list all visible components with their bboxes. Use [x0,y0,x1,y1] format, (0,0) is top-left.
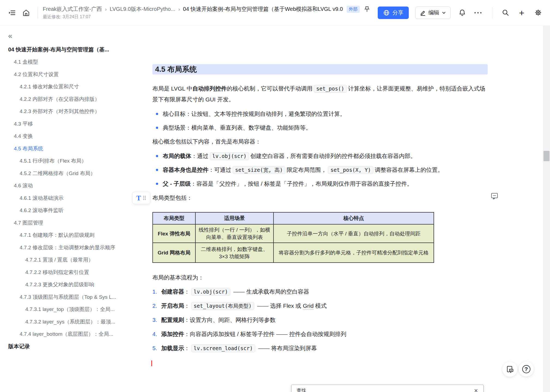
share-button[interactable]: 分享 [378,7,409,19]
scrollbar-thumb[interactable] [543,151,549,161]
step-number: 4. [152,329,157,340]
breadcrumb-link[interactable]: LVGL9.0版本-MicroPytho... [110,5,175,13]
bullet-text: 容器本身也是控件：可通过set_size(宽, 高)限定布局范围，set_pos… [163,164,443,175]
toc-item-label: 4.7.4 layer_bottom（底层图层）：全局... [20,331,113,338]
more-icon: ··· [474,9,483,16]
home-icon [22,9,30,17]
breadcrumb-link[interactable]: Freak嵌入式工作室-广西 [43,5,102,13]
toc-item[interactable]: 4.7.1 创建顺序：默认的层级规则 [8,229,151,242]
step-number: 3. [152,315,157,325]
create-button[interactable]: + [517,8,527,18]
close-icon[interactable]: × [474,387,478,392]
collapse-sidebar-icon[interactable]: « [8,32,16,40]
home-button[interactable] [21,8,31,18]
document-page: Freak嵌入式工作室-广西 › LVGL9.0版本-MicroPytho...… [0,0,550,392]
pin-icon[interactable] [364,6,370,13]
bullet-dot-icon [156,183,158,185]
toc-item[interactable]: 4.7.3.1 layer_top（顶级图层）：全局... [8,303,151,316]
search-button[interactable] [500,8,510,18]
toc-item[interactable]: 4.7.2.2 移动到指定索引位置 [8,266,151,279]
toc-item[interactable]: 4.7.4 layer_bottom（底层图层）：全局... [8,328,151,341]
toc-item[interactable]: 04 快速开始案例-布局与空间管理篇（基... [8,43,151,56]
toc-item[interactable]: 4.2.3 外部对齐（对齐到其他控件） [8,105,151,118]
last-modified: 最近修改: 3月24日 17:07 [43,14,370,20]
toc-item-label: 4.5.1 行/列排布（Flex 布局） [20,157,87,164]
toc-item-label: 4.7.1 创建顺序：默认的层级规则 [20,232,95,239]
toc-item[interactable]: 4.6.2 滚动事件监听 [8,204,151,217]
toc-sidebar: « 04 快速开始案例-布局与空间管理篇（基... 4.1 盒模型 4.2 位置… [0,26,151,392]
section-heading: 4.5 布局系统 [152,64,488,74]
toc-item[interactable]: 版本记录 [8,340,151,353]
toc-item-label: 4.7.2.2 移动到指定索引位置 [25,269,89,276]
intro-paragraph: 布局是 LVGL 中自动排列控件的核心机制，它可以替代手动调用set_pos()… [152,83,487,105]
document-body: 4.5 布局系统 布局是 LVGL 中自动排列控件的核心机制，它可以替代手动调用… [152,26,506,392]
toc-item[interactable]: 4.5.2 二维网格排布（Grid 布局） [8,167,151,180]
toc-item-label: 4.2 位置和尺寸设置 [14,71,59,78]
toc-item-label: 4.5 布局系统 [14,145,43,152]
chevron-right-icon: › [105,6,107,12]
block-hover-toolbar[interactable]: T [132,192,150,204]
layout-types-line: T 布局类型包括： [152,192,506,204]
share-label: 分享 [392,9,403,16]
toc-item-label: 4.7.2.1 置顶 / 置底（最常用） [25,256,93,263]
toc-item[interactable]: 4.2.2 内部对齐（在父容器内排版） [8,93,151,105]
toc-item-label: 4.7.3.2 layer_sys（系统图层）：最顶... [25,318,115,325]
breadcrumb-link[interactable]: 04 快速开始案例-布局与空间管理篇（基于Web模拟器和LVGL v9.0 [183,5,343,13]
comment-icon[interactable] [491,192,498,200]
bullet-text: 父 - 子层级：容器是「父控件」，按钮 / 标签是「子控件」，布局规则仅作用于容… [163,178,413,189]
toc-item[interactable]: 4.1 盒模型 [8,56,151,69]
step-item: 2. 开启布局：set_layout(布局类型) —— 选择 Flex 或 Gr… [152,300,506,311]
nav-left [7,7,39,18]
toc-item[interactable]: 4.7.2 修改层级：主动调整对象的显示顺序 [8,241,151,254]
toc-item-label: 4.5.2 二维网格排布（Grid 布局） [20,170,96,177]
scrollbar-track[interactable] [543,26,550,392]
step-item: 3. 配置规则：设置方向、间距、网格行列等参数 [152,315,506,325]
plus-icon: + [519,8,524,17]
step-text: 加载显示：lv.screen_load(scr) —— 将布局渲染到屏幕 [161,343,317,354]
toc-item[interactable]: 4.5.1 行/列排布（Flex 布局） [8,155,151,167]
toc-item[interactable]: 4.7.3.2 layer_sys（系统图层）：最顶... [8,316,151,328]
toc-item-label: 版本记录 [8,343,30,350]
find-bar[interactable]: 查找 × [291,385,484,392]
notifications-button[interactable] [457,8,467,18]
bullet-item: 父 - 子层级：容器是「父控件」，按钮 / 标签是「子控件」，布局规则仅作用于容… [152,178,488,189]
settings-button[interactable] [533,8,543,18]
toc-item-label: 4.6.1 滚动基础演示 [20,195,64,202]
breadcrumb: Freak嵌入式工作室-广西 › LVGL9.0版本-MicroPytho...… [43,5,370,13]
toc-item[interactable]: 4.7.2.1 置顶 / 置底（最常用） [8,254,151,266]
step-item: 1. 创建容器：lv.obj(scr) —— 生成承载布局的空白容器 [152,286,506,297]
edit-button[interactable]: 编辑 [415,7,451,19]
bullet-text: 核心目标：让按钮、文本等控件按规则自动排列，避免繁琐的位置计算。 [163,108,346,119]
chevron-down-icon [442,11,446,15]
toc-item-label: 4.2.1 修改对象位置和尺寸 [20,83,79,90]
globe-icon [383,10,390,16]
toc-item[interactable]: 4.3 平移 [8,118,151,130]
help-button[interactable]: ? [519,362,534,377]
toc-item[interactable]: 4.2.1 修改对象位置和尺寸 [8,81,151,93]
toc-item-label: 4.7.2.3 更换父对象的层级影响 [25,281,94,288]
table-cell-feature: 将容器分割为多行多列的单元格，子控件可精准分配到指定单元格 [274,243,434,263]
toc-item[interactable]: 4.7.2.3 更换父对象的层级影响 [8,279,151,291]
feedback-icon [506,365,514,374]
concepts-paragraph: 核心概念包括以下内容，首先是布局容器： [152,136,487,147]
table-cell-type: Flex 弹性布局 [153,224,195,243]
toc-item[interactable]: 4.4 变换 [8,130,151,143]
toc-item-label: 4.1 盒模型 [14,58,38,66]
step-text: 添加控件：向容器内添加按钮 / 标签等子控件 —— 控件会自动按规则排列 [161,329,346,340]
feedback-button[interactable] [502,362,517,377]
toc-item[interactable]: 4.5 布局系统 [8,142,151,155]
flow-paragraph: 布局的基本流程为： [152,272,487,283]
layout-types-table: 布局类型 适用场景 核心特点 Flex 弹性布局 线性排列（一行 / 一列），如… [152,212,434,263]
search-icon [502,9,509,16]
toc-item[interactable]: 4.7.3 顶级图层与系统图层（Top & Sys L... [8,291,151,303]
toc-item[interactable]: 4.6.1 滚动基础演示 [8,192,151,204]
drag-handle-icon[interactable] [143,195,146,201]
toc-item-label: 4.7.2 修改层级：主动调整对象的显示顺序 [20,244,115,251]
toc-item[interactable]: 4.7 图层管理 [8,217,151,229]
toc-item[interactable]: 4.6 滚动 [8,180,151,192]
section-heading-text: 4.5 布局系统 [155,64,197,74]
toc-toggle-button[interactable] [7,8,17,18]
toc-item[interactable]: 4.2 位置和尺寸设置 [8,68,151,81]
toc-item-label: 04 快速开始案例-布局与空间管理篇（基... [8,46,109,53]
more-button[interactable]: ··· [474,8,483,18]
